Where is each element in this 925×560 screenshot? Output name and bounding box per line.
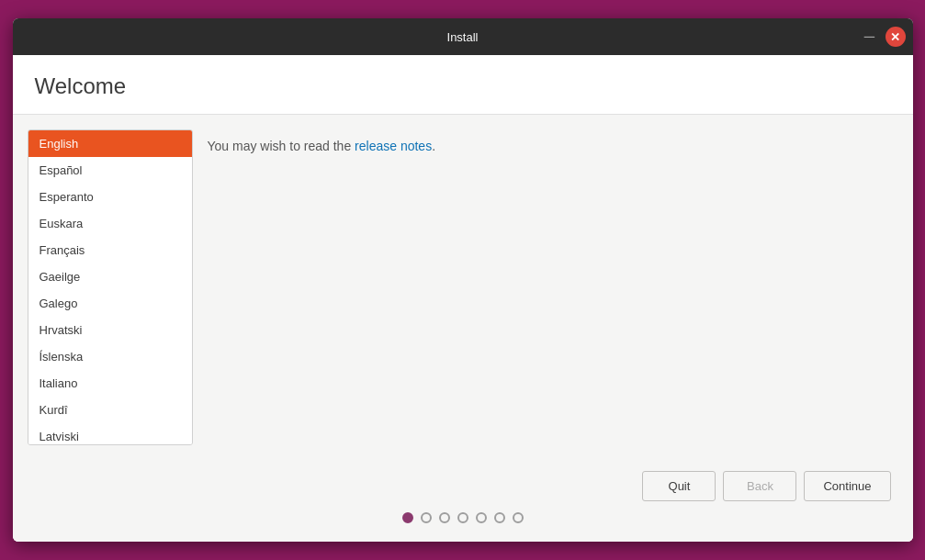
- language-item[interactable]: Gaeilge: [28, 263, 192, 290]
- language-item[interactable]: Kurdî: [28, 397, 192, 423]
- language-item[interactable]: Latviski: [28, 423, 192, 445]
- close-button[interactable]: ✕: [886, 27, 906, 47]
- pagination: [35, 512, 891, 527]
- language-item[interactable]: Italiano: [28, 370, 192, 397]
- language-item[interactable]: English: [28, 130, 192, 157]
- minimize-button[interactable]: ─: [860, 27, 880, 47]
- pagination-dot: [457, 512, 468, 523]
- language-item[interactable]: Íslenska: [28, 343, 192, 370]
- language-item[interactable]: Español: [28, 157, 192, 184]
- release-notes-text: You may wish to read the release notes.: [208, 137, 436, 156]
- release-notes-text-before: You may wish to read the: [208, 139, 355, 153]
- button-row: Quit Back Continue: [35, 471, 891, 501]
- release-notes-link[interactable]: release notes: [355, 139, 432, 153]
- language-item[interactable]: Esperanto: [28, 184, 192, 210]
- pagination-dot: [421, 512, 432, 523]
- pagination-dot: [513, 512, 524, 523]
- pagination-dot: [439, 512, 450, 523]
- pagination-dot: [402, 512, 413, 523]
- language-item[interactable]: Euskara: [28, 210, 192, 237]
- language-item[interactable]: Hrvatski: [28, 317, 192, 343]
- language-item[interactable]: Galego: [28, 290, 192, 317]
- window-title: Install: [447, 30, 479, 44]
- continue-button[interactable]: Continue: [804, 471, 890, 501]
- close-icon: ✕: [890, 30, 900, 44]
- language-list[interactable]: EnglishEspañolEsperantoEuskaraFrançaisGa…: [28, 129, 193, 445]
- page-title: Welcome: [35, 73, 891, 99]
- pagination-dot: [494, 512, 505, 523]
- right-panel: You may wish to read the release notes.: [208, 129, 898, 445]
- pagination-dot: [476, 512, 487, 523]
- main-section: EnglishEspañolEsperantoEuskaraFrançaisGa…: [13, 115, 913, 460]
- footer: Quit Back Continue: [13, 460, 913, 542]
- content-area: Welcome EnglishEspañolEsperantoEuskaraFr…: [13, 55, 913, 542]
- quit-button[interactable]: Quit: [642, 471, 716, 501]
- back-button[interactable]: Back: [723, 471, 796, 501]
- titlebar: Install ─ ✕: [13, 18, 913, 55]
- titlebar-controls: ─ ✕: [860, 27, 906, 47]
- minimize-icon: ─: [864, 28, 874, 45]
- install-window: Install ─ ✕ Welcome EnglishEspañolEspera…: [13, 18, 913, 542]
- page-header: Welcome: [13, 55, 913, 115]
- language-item[interactable]: Français: [28, 237, 192, 263]
- release-notes-text-after: .: [432, 139, 435, 153]
